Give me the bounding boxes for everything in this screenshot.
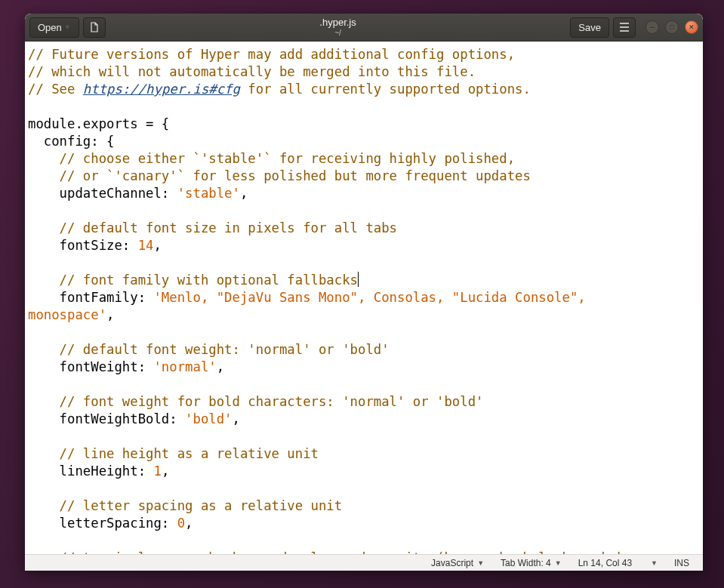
new-document-icon — [89, 22, 100, 32]
open-button-label: Open — [38, 22, 62, 33]
save-button[interactable]: Save — [570, 17, 609, 38]
gedit-window: Open ▼ .hyper.js ~/ Save ─ □ ✕ — [25, 14, 703, 571]
code-line — [28, 480, 703, 497]
code-line — [28, 254, 703, 272]
code-line: config: { — [28, 133, 703, 150]
window-subtitle: ~/ — [109, 29, 567, 37]
minimize-icon: ─ — [650, 24, 655, 31]
code-line: // Future versions of Hyper may add addi… — [28, 46, 703, 63]
code-line: // default font size in pixels for all t… — [28, 220, 703, 237]
chevron-down-icon: ▼ — [477, 559, 484, 567]
status-insert-label: INS — [674, 558, 689, 568]
maximize-button[interactable]: □ — [665, 20, 679, 34]
code-line: // choose either `'stable'` for receivin… — [28, 150, 703, 168]
status-position-label: Ln 14, Col 43 — [578, 558, 632, 568]
code-line — [28, 202, 703, 220]
save-button-label: Save — [578, 22, 601, 33]
code-line: // font family with optional fallbacks — [28, 272, 703, 289]
status-tabwidth-label: Tab Width: 4 — [501, 558, 551, 568]
window-controls: ─ □ ✕ — [645, 20, 698, 34]
open-button[interactable]: Open ▼ — [29, 17, 79, 38]
code-line: // default font weight: 'normal' or 'bol… — [28, 341, 703, 359]
status-cursor-position[interactable]: Ln 14, Col 43 — [578, 558, 632, 568]
chevron-down-icon: ▼ — [651, 559, 658, 567]
code-line — [28, 324, 703, 341]
code-line: monospace', — [28, 306, 703, 324]
status-language[interactable]: JavaScript ▼ — [431, 558, 484, 568]
code-line: // See https://hyper.is#cfg for all curr… — [28, 81, 703, 98]
code-line: letterSpacing: 0, — [28, 515, 703, 532]
chevron-down-icon: ▼ — [64, 23, 71, 31]
code-line: // which will not automatically be merge… — [28, 63, 703, 81]
window-title: .hyper.js — [109, 17, 567, 28]
code-line — [28, 428, 703, 445]
close-icon: ✕ — [689, 24, 695, 31]
code-line: module.exports = { — [28, 115, 703, 133]
text-cursor — [358, 272, 359, 287]
status-insert-mode[interactable]: INS — [674, 558, 694, 568]
close-button[interactable]: ✕ — [685, 20, 698, 34]
code-line: updateChannel: 'stable', — [28, 185, 703, 202]
code-line: // letter spacing as a relative unit — [28, 497, 703, 515]
code-line: fontWeight: 'normal', — [28, 359, 703, 376]
code-line — [28, 532, 703, 550]
status-language-label: JavaScript — [431, 558, 473, 568]
titlebar: Open ▼ .hyper.js ~/ Save ─ □ ✕ — [25, 14, 703, 42]
statusbar: JavaScript ▼ Tab Width: 4 ▼ Ln 14, Col 4… — [25, 554, 703, 571]
titlebar-title: .hyper.js ~/ — [109, 17, 567, 36]
status-extra-menu[interactable]: ▼ — [649, 559, 658, 567]
code-line: lineHeight: 1, — [28, 463, 703, 480]
hamburger-menu-button[interactable] — [613, 17, 636, 38]
code-line: // or `'canary'` for less polished but m… — [28, 168, 703, 185]
code-line: fontFamily: 'Menlo, "DejaVu Sans Mono", … — [28, 289, 703, 306]
code-line — [28, 376, 703, 393]
code-line: // line height as a relative unit — [28, 445, 703, 463]
status-tabwidth[interactable]: Tab Width: 4 ▼ — [501, 558, 562, 568]
chevron-down-icon: ▼ — [555, 559, 562, 567]
hamburger-icon — [619, 23, 630, 32]
editor-area[interactable]: // Future versions of Hyper may add addi… — [25, 42, 703, 554]
maximize-icon: □ — [670, 24, 673, 31]
code-line: // font weight for bold characters: 'nor… — [28, 393, 703, 411]
minimize-button[interactable]: ─ — [645, 20, 659, 34]
code-line: fontWeightBold: 'bold', — [28, 411, 703, 428]
code-line: fontSize: 14, — [28, 237, 703, 254]
new-document-button[interactable] — [83, 17, 106, 38]
code-line — [28, 98, 703, 115]
